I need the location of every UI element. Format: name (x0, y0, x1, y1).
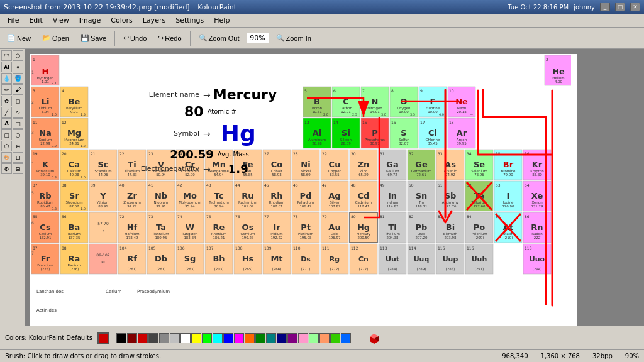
zoom-out-button[interactable]: 🔍 Zoom Out (194, 32, 244, 44)
svg-text:Si: Si (341, 128, 350, 138)
atomic-label: Atomic # (208, 108, 236, 115)
swatch-lime[interactable] (202, 333, 212, 343)
element-Cl: 17 Cl Chlorine 35.45 (419, 118, 447, 148)
element-He: 2 He Helium 4.00 (545, 55, 571, 85)
menu-edit[interactable]: Edit (24, 15, 47, 26)
swatch-darkgray[interactable] (148, 333, 158, 343)
separator-1 (114, 31, 115, 46)
fill-tool[interactable]: 🪣 (13, 73, 23, 84)
undo-button[interactable]: ↩ Undo (119, 32, 151, 44)
extra-tool[interactable]: ⊞ (13, 152, 23, 163)
swatch-blue[interactable] (223, 333, 233, 343)
swatch-orange[interactable] (245, 333, 255, 343)
en-label: Electronegativity (121, 165, 203, 173)
ai-tool[interactable]: AI (1, 62, 12, 72)
swatch-pink[interactable] (298, 333, 308, 343)
menu-help[interactable]: Help (209, 15, 235, 26)
element-In: 49 In Indium 114.82 (379, 181, 406, 211)
polygon-tool[interactable]: ⬠ (1, 141, 12, 151)
color-picker-tool[interactable]: 🎨 (1, 152, 12, 163)
svg-text:92.91: 92.91 (156, 204, 166, 208)
swatch-gray[interactable] (159, 333, 169, 343)
ellipse-tool[interactable]: ○ (13, 129, 23, 140)
element-Ir: 77 Ir Iridium 192.22 (263, 212, 291, 243)
menu-settings[interactable]: Settings (170, 15, 209, 26)
swatch-lightgreen[interactable] (309, 333, 319, 343)
select-rect-tool[interactable]: ⬚ (1, 50, 12, 61)
menu-view[interactable]: View (48, 15, 74, 26)
svg-text:Rh: Rh (270, 191, 282, 200)
svg-text:Ge: Ge (415, 160, 428, 169)
element-114: 114 Uuq (289) (408, 244, 435, 274)
svg-text:(265): (265) (243, 267, 253, 271)
svg-text:Zr: Zr (127, 191, 137, 200)
swatch-brightgreen[interactable] (330, 333, 340, 343)
svg-text:21: 21 (91, 151, 96, 156)
dropper-tool[interactable]: 💧 (1, 73, 12, 84)
rounded-rect-tool[interactable]: ▢ (1, 129, 12, 140)
swatch-lightgray[interactable] (170, 333, 180, 343)
element-W: 74 W Tungsten 183.84 (176, 212, 204, 243)
rectangle-tool[interactable]: □ (13, 118, 23, 129)
swatch-teal[interactable] (266, 333, 276, 343)
svg-text:1.0: 1.0 (80, 207, 86, 211)
select-free-tool[interactable]: ⬡ (13, 50, 23, 61)
magic-wand-tool[interactable]: ✦ (13, 62, 23, 72)
menu-image[interactable]: Image (74, 15, 106, 26)
swatch-peach[interactable] (319, 333, 330, 343)
svg-text:190.23: 190.23 (242, 236, 254, 239)
text-tool[interactable]: A (1, 118, 12, 129)
dimensions-display: 1,360 × 768 (541, 353, 580, 359)
svg-text:9.01: 9.01 (70, 110, 78, 114)
zoom-in-icon: 🔍 (276, 34, 285, 42)
svg-text:(222): (222) (533, 236, 542, 239)
eraser-tool[interactable]: ◻ (13, 96, 23, 106)
svg-text:12: 12 (62, 120, 67, 124)
airbrush-tool[interactable]: ✿ (1, 96, 12, 106)
brush-tool[interactable]: 🖌 (13, 84, 23, 95)
canvas-area[interactable]: Element name → Mercury 80 Atomic # Symbo (25, 49, 644, 326)
svg-rect-387 (89, 244, 117, 274)
svg-text:W: W (186, 222, 194, 232)
canvas[interactable]: Element name → Mercury 80 Atomic # Symbo (30, 54, 577, 326)
svg-text:112: 112 (351, 246, 358, 250)
settings-tool[interactable]: ⚙ (1, 163, 12, 174)
swatch-yellow[interactable] (191, 333, 201, 343)
redo-button[interactable]: ↪ Redo (153, 32, 186, 44)
svg-text:106.42: 106.42 (299, 204, 311, 208)
svg-text:Rg: Rg (330, 255, 340, 263)
open-button[interactable]: 📂 Open (38, 32, 74, 44)
swatch-purple[interactable] (287, 333, 297, 343)
swatch-red[interactable] (138, 333, 148, 343)
maximize-button[interactable]: □ (615, 3, 625, 11)
svg-text:56: 56 (62, 214, 67, 219)
grid-tool[interactable]: ⊞ (13, 163, 23, 174)
svg-text:35.45: 35.45 (428, 141, 438, 145)
svg-text:109: 109 (264, 246, 272, 250)
new-button[interactable]: 📄 New (3, 32, 35, 44)
foreground-color[interactable] (96, 331, 110, 345)
zoom-in-button[interactable]: 🔍 Zoom In (272, 32, 316, 44)
save-button[interactable]: 💾 Save (76, 32, 111, 44)
swatch-green[interactable] (255, 333, 265, 343)
svg-text:Ni: Ni (301, 160, 310, 169)
swatch-black[interactable] (116, 333, 126, 343)
curve-tool[interactable]: ∿ (13, 107, 23, 118)
svg-text:As: As (445, 160, 456, 169)
zoom-tool[interactable]: ⊕ (13, 141, 23, 151)
swatch-navy[interactable] (277, 333, 287, 343)
swatch-darkred[interactable] (127, 333, 137, 343)
swatch-cyan[interactable] (213, 333, 223, 343)
swatch-lightblue[interactable] (341, 333, 351, 343)
minimize-button[interactable]: _ (600, 3, 610, 11)
line-tool[interactable]: ╱ (1, 107, 12, 118)
close-button[interactable]: ✕ (630, 3, 640, 11)
menu-colors[interactable]: Colors (106, 15, 137, 26)
pen-tool[interactable]: ✏ (1, 84, 12, 95)
swatch-white[interactable] (180, 333, 191, 343)
menu-file[interactable]: File (3, 15, 24, 26)
menu-layers[interactable]: Layers (138, 15, 170, 26)
svg-text:(209): (209) (475, 236, 484, 239)
swatch-magenta[interactable] (234, 333, 244, 343)
info-panel: Element name → Mercury 80 Atomic # Symbo (121, 87, 279, 178)
